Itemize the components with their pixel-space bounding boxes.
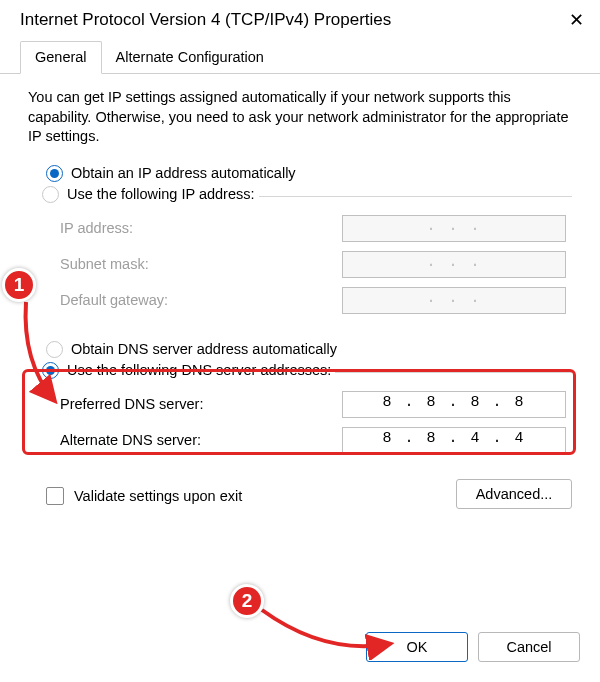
tab-alternate-configuration[interactable]: Alternate Configuration — [102, 42, 278, 73]
subnet-mask-input: . . . — [342, 251, 566, 278]
titlebar: Internet Protocol Version 4 (TCP/IPv4) P… — [0, 0, 600, 40]
dns-manual-group: Use the following DNS server addresses: … — [46, 362, 572, 469]
radio-label: Use the following IP address: — [67, 186, 255, 202]
radio-icon — [42, 362, 59, 379]
ip-address-input: . . . — [342, 215, 566, 242]
close-icon[interactable]: ✕ — [569, 11, 584, 29]
default-gateway-input: . . . — [342, 287, 566, 314]
tab-strip: General Alternate Configuration — [0, 40, 600, 74]
preferred-dns-input[interactable]: 8 . 8 . 8 . 8 — [342, 391, 566, 418]
radio-ip-manual[interactable]: Use the following IP address: — [42, 186, 255, 203]
radio-ip-auto[interactable]: Obtain an IP address automatically — [46, 165, 572, 182]
alternate-dns-label: Alternate DNS server: — [54, 432, 342, 448]
annotation-badge-1: 1 — [2, 268, 36, 302]
radio-label: Obtain an IP address automatically — [71, 165, 296, 181]
radio-label: Use the following DNS server addresses: — [67, 362, 331, 378]
dialog-button-row: OK Cancel — [366, 622, 600, 676]
ip-address-label: IP address: — [54, 220, 342, 236]
default-gateway-label: Default gateway: — [54, 292, 342, 308]
ok-button[interactable]: OK — [366, 632, 468, 662]
advanced-button[interactable]: Advanced... — [456, 479, 572, 509]
tab-content: You can get IP settings assigned automat… — [0, 74, 600, 509]
cancel-button[interactable]: Cancel — [478, 632, 580, 662]
radio-icon — [46, 341, 63, 358]
alternate-dns-input[interactable]: 8 . 8 . 4 . 4 — [342, 427, 566, 454]
preferred-dns-label: Preferred DNS server: — [54, 396, 342, 412]
validate-settings-label: Validate settings upon exit — [74, 488, 242, 504]
radio-label: Obtain DNS server address automatically — [71, 341, 337, 357]
radio-icon — [46, 165, 63, 182]
window-title: Internet Protocol Version 4 (TCP/IPv4) P… — [20, 10, 391, 30]
radio-icon — [42, 186, 59, 203]
subnet-mask-label: Subnet mask: — [54, 256, 342, 272]
checkbox-icon — [46, 487, 64, 505]
intro-text: You can get IP settings assigned automat… — [28, 88, 572, 147]
ip-manual-group: Use the following IP address: IP address… — [46, 186, 572, 329]
radio-dns-auto[interactable]: Obtain DNS server address automatically — [46, 341, 572, 358]
tab-general[interactable]: General — [20, 41, 102, 74]
annotation-badge-2: 2 — [230, 584, 264, 618]
radio-dns-manual[interactable]: Use the following DNS server addresses: — [42, 362, 331, 379]
